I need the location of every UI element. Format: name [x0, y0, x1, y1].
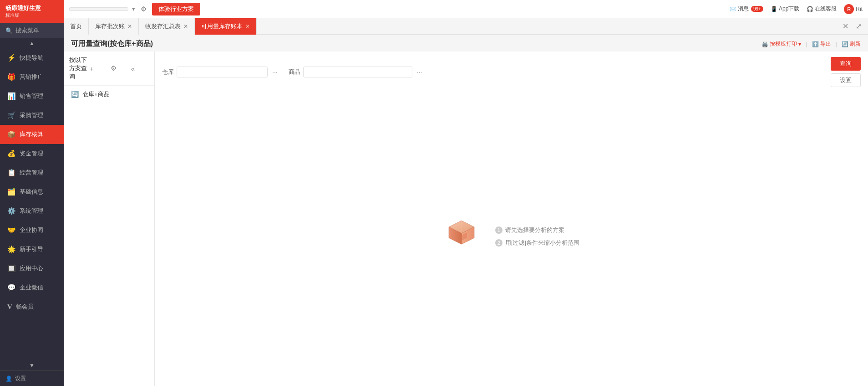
sidebar-item-label: 销售管理 [20, 92, 43, 100]
user-avatar: R [844, 4, 854, 14]
app-download-action[interactable]: 📱 App下载 [771, 5, 799, 13]
sidebar-item-system[interactable]: ⚙️ 系统管理 [0, 201, 64, 221]
tab-inventory-summary-label: 收发存汇总表 [145, 22, 181, 31]
sidebar-nav: ⚡ 快捷导航 🎁 营销推广 📊 销售管理 🛒 采购管理 📦 库存核算 💰 资金管… [0, 48, 64, 360]
scheme-panel-header: 按以下方案查询 + ⚙ « [64, 51, 154, 86]
topbar-search-box[interactable] [69, 7, 128, 11]
divider2: | [836, 41, 837, 47]
scheme-collapse-btn[interactable]: « [131, 65, 149, 72]
message-action[interactable]: ✉️ 消息 99+ [730, 5, 763, 13]
sidebar-logo-title: 畅康通好生意 [5, 5, 58, 12]
sidebar-item-label: 新手引导 [20, 245, 43, 253]
product-input[interactable] [303, 67, 412, 77]
sidebar-item-quick-nav[interactable]: ⚡ 快捷导航 [0, 48, 64, 67]
sidebar-item-basic[interactable]: 🗂️ 基础信息 [0, 182, 64, 201]
tip-num-2: 2 [495, 239, 503, 247]
operation-icon: 📋 [7, 169, 16, 177]
marketing-icon: 🎁 [7, 73, 16, 81]
print-label: 按模板打印 [770, 40, 797, 48]
scheme-item-warehouse-product[interactable]: 🔄 仓库+商品 [64, 86, 154, 103]
tabs-bar: 首页 库存批次账 ✕ 收发存汇总表 ✕ 可用量库存账本 ✕ ✕ ⤢ [64, 18, 868, 35]
topbar: ▾ ⚙ 体验行业方案 ✉️ 消息 99+ 📱 App下载 🎧 在线客服 R Ri… [64, 0, 868, 18]
filter-row: 仓库 ··· 商品 ··· 查询 设置 [162, 57, 861, 87]
inventory-icon: 📦 [7, 130, 16, 139]
tab-expand-btn[interactable]: ⤢ [853, 21, 864, 31]
query-btn[interactable]: 查询 [831, 57, 861, 71]
sidebar-item-sales[interactable]: 📊 销售管理 [0, 87, 64, 106]
print-icon: 🖨️ [761, 41, 768, 47]
tip-text-2: 用[过滤]条件来缩小分析范围 [505, 239, 579, 247]
topbar-gear-icon[interactable]: ⚙ [139, 5, 148, 13]
sidebar-item-inventory[interactable]: 📦 库存核算 [0, 125, 64, 144]
tab-inventory-summary-close[interactable]: ✕ [183, 23, 188, 30]
tab-available-ledger-close[interactable]: ✕ [245, 23, 250, 30]
app-download-label: App下载 [779, 5, 799, 13]
export-icon: ⬆️ [812, 41, 819, 47]
sidebar-bottom-icon: 👤 [5, 376, 12, 382]
online-service-label: 在线客服 [815, 5, 837, 13]
sidebar-item-wechat[interactable]: 💬 企业微信 [0, 278, 64, 297]
tab-available-ledger[interactable]: 可用量库存账本 ✕ [195, 18, 257, 35]
refresh-btn[interactable]: 🔄 刷新 [842, 40, 861, 48]
filter-group-warehouse: 仓库 ··· [162, 67, 279, 77]
tab-inventory-summary[interactable]: 收发存汇总表 ✕ [139, 18, 195, 35]
message-label: 消息 [738, 5, 749, 13]
enterprise-icon: 🤝 [7, 226, 16, 234]
scheme-item-icon: 🔄 [71, 91, 79, 98]
quick-nav-icon: ⚡ [7, 54, 16, 62]
filter-group-product: 商品 ··· [289, 67, 424, 77]
tab-home[interactable]: 首页 [64, 18, 89, 35]
product-label: 商品 [289, 68, 300, 76]
page-header: 可用量查询(按仓库+商品) 🖨️ 按模板打印 ▾ | ⬆️ 导出 | 🔄 刷新 [64, 35, 868, 51]
scheme-add-btn[interactable]: + [90, 65, 107, 72]
search-icon: 🔍 [5, 27, 13, 34]
sidebar-item-label: 系统管理 [20, 207, 43, 215]
sidebar-search[interactable]: 🔍 搜索菜单 [0, 23, 64, 38]
product-more-icon[interactable]: ··· [415, 68, 424, 76]
online-service-action[interactable]: 🎧 在线客服 [807, 5, 837, 13]
sidebar-item-appstore[interactable]: 🔲 应用中心 [0, 259, 64, 278]
sidebar-item-label: 资金管理 [20, 149, 43, 158]
print-btn[interactable]: 🖨️ 按模板打印 ▾ [761, 40, 801, 48]
settings-btn[interactable]: 设置 [831, 73, 861, 87]
sidebar-item-label: 畅会员 [16, 303, 34, 311]
tab-close-btn[interactable]: ✕ [840, 21, 851, 31]
tab-home-label: 首页 [70, 22, 82, 31]
purchase-icon: 🛒 [7, 111, 16, 119]
sidebar-bottom[interactable]: 👤 设置 [0, 371, 64, 386]
sidebar-item-marketing[interactable]: 🎁 营销推广 [0, 67, 64, 87]
export-label: 导出 [820, 40, 831, 48]
message-badge: 99+ [751, 6, 763, 12]
tab-batch-ledger-close[interactable]: ✕ [127, 23, 132, 30]
tip-1: 1 请先选择要分析的方案 [495, 226, 579, 234]
sidebar-item-purchase[interactable]: 🛒 采购管理 [0, 106, 64, 125]
scheme-settings-btn[interactable]: ⚙ [111, 64, 128, 72]
refresh-label: 刷新 [850, 40, 861, 48]
warehouse-input[interactable] [177, 67, 268, 77]
topbar-user[interactable]: R Rit [844, 4, 863, 14]
empty-tips: 1 请先选择要分析的方案 2 用[过滤]条件来缩小分析范围 [495, 226, 579, 247]
sidebar-logo: 畅康通好生意 标准版 [0, 0, 64, 23]
sales-icon: 📊 [7, 92, 16, 100]
topbar-actions: ✉️ 消息 99+ 📱 App下载 🎧 在线客服 R Rit [730, 4, 863, 14]
newbie-icon: 🌟 [7, 245, 16, 253]
warehouse-more-icon[interactable]: ··· [270, 68, 279, 76]
scheme-panel-title: 按以下方案查询 [69, 56, 87, 81]
sidebar-scroll-down[interactable]: ▼ [0, 360, 64, 371]
sidebar-item-operation[interactable]: 📋 经营管理 [0, 163, 64, 182]
sidebar-item-finance[interactable]: 💰 资金管理 [0, 144, 64, 163]
refresh-icon: 🔄 [842, 41, 848, 47]
tab-batch-ledger[interactable]: 库存批次账 ✕ [89, 18, 139, 35]
empty-illustration [443, 216, 484, 257]
export-btn[interactable]: ⬆️ 导出 [812, 40, 831, 48]
sidebar-item-enterprise[interactable]: 🤝 企业协同 [0, 221, 64, 240]
trial-btn[interactable]: 体验行业方案 [152, 3, 200, 15]
appstore-icon: 🔲 [7, 264, 16, 273]
topbar-dropdown-icon[interactable]: ▾ [132, 5, 135, 12]
sidebar-item-vip[interactable]: V 畅会员 [0, 297, 64, 316]
sidebar-item-label: 快捷导航 [20, 54, 43, 62]
sidebar-item-newbie[interactable]: 🌟 新手引导 [0, 240, 64, 259]
print-dropdown-icon[interactable]: ▾ [798, 41, 801, 47]
sidebar-item-label: 企业微信 [20, 283, 43, 292]
sidebar-scroll-up[interactable]: ▲ [0, 38, 64, 48]
